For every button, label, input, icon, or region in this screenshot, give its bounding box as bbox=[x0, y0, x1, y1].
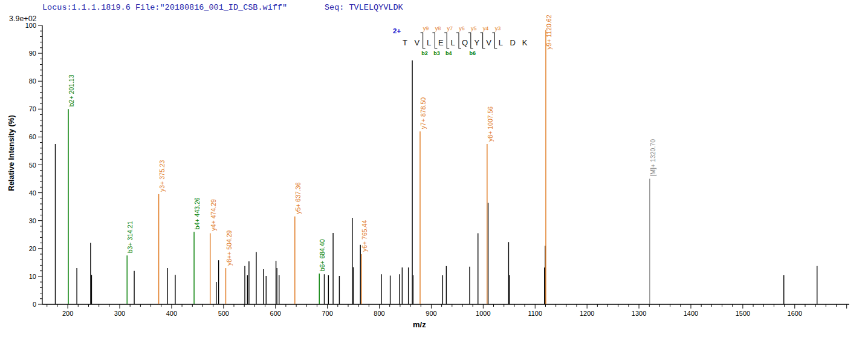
peak-label-y6+ 765.44: y6+ 765.44 bbox=[361, 220, 368, 252]
svg-text:40: 40 bbox=[29, 189, 36, 197]
peak-label-[M]+ 1320.70: [M]+ 1320.70 bbox=[649, 139, 656, 177]
y-axis-title: Relative Intensity (%) bbox=[7, 115, 16, 191]
residue-1: T bbox=[403, 38, 407, 47]
y-axis-ticks bbox=[38, 25, 42, 304]
y-axis-tick-labels: 0102030405060708090100 bbox=[25, 22, 36, 308]
svg-text:900: 900 bbox=[426, 310, 436, 317]
peak-labels: b2+ 201.13b3+ 314.21y3+ 375.23b4+ 443.26… bbox=[68, 15, 656, 271]
spectrum-plot: 0102030405060708090100200300400500600700… bbox=[0, 0, 868, 340]
svg-text:300: 300 bbox=[114, 310, 125, 317]
svg-text:30: 30 bbox=[29, 217, 36, 224]
residue-11: K bbox=[522, 38, 528, 47]
fragment-mark-y5 bbox=[468, 33, 473, 48]
svg-text:800: 800 bbox=[374, 310, 384, 317]
svg-text:100: 100 bbox=[25, 22, 36, 29]
svg-text:500: 500 bbox=[218, 310, 229, 317]
fragment-mark-y3 bbox=[492, 33, 497, 48]
spectrum-peaks bbox=[55, 30, 817, 304]
svg-text:60: 60 bbox=[29, 133, 36, 140]
svg-text:1400: 1400 bbox=[684, 310, 698, 317]
svg-text:70: 70 bbox=[29, 105, 36, 113]
b-ion-label-b3: b3 bbox=[433, 50, 440, 56]
residue-6: Q bbox=[462, 38, 468, 47]
svg-text:1200: 1200 bbox=[580, 310, 594, 317]
residue-7: Y bbox=[474, 38, 479, 47]
residue-8: V bbox=[486, 38, 491, 47]
peak-label-y3+ 375.23: y3+ 375.23 bbox=[158, 160, 166, 191]
fragment-mark-y9 bbox=[421, 33, 426, 48]
svg-text:400: 400 bbox=[166, 310, 177, 317]
fragment-mark-y4 bbox=[481, 33, 485, 48]
svg-text:1000: 1000 bbox=[476, 310, 490, 317]
b-ion-label-b6: b6 bbox=[470, 50, 476, 56]
svg-text:1500: 1500 bbox=[736, 310, 750, 317]
residue-10: D bbox=[510, 38, 516, 47]
x-axis-title: m/z bbox=[413, 320, 426, 329]
fragment-mark-y7 bbox=[444, 33, 449, 48]
peak-label-b4+ 443.26: b4+ 443.26 bbox=[193, 197, 201, 229]
peak-label-y9+ 1120.62: y9+ 1120.62 bbox=[545, 15, 552, 49]
svg-text:700: 700 bbox=[322, 310, 332, 317]
svg-text:80: 80 bbox=[29, 77, 36, 85]
peak-label-y7+ 878.50: y7+ 878.50 bbox=[419, 97, 427, 129]
peak-label-y8+ 1007.56: y8+ 1007.56 bbox=[487, 106, 494, 142]
residue-2: V bbox=[414, 38, 419, 47]
residue-9: L bbox=[499, 38, 503, 47]
b-ion-label-b4: b4 bbox=[445, 50, 452, 56]
precursor-charge-label: 2+ bbox=[393, 27, 401, 34]
peak-label-b2+ 201.13: b2+ 201.13 bbox=[68, 74, 75, 106]
fragment-mark-y8 bbox=[432, 33, 437, 48]
svg-text:50: 50 bbox=[29, 162, 36, 169]
svg-text:200: 200 bbox=[62, 310, 73, 317]
b-ion-label-b2: b2 bbox=[421, 50, 428, 56]
y-ion-label-y7: y7 bbox=[447, 25, 453, 31]
svg-text:20: 20 bbox=[29, 245, 36, 252]
svg-text:600: 600 bbox=[270, 310, 281, 317]
svg-text:1100: 1100 bbox=[528, 310, 542, 317]
svg-text:1600: 1600 bbox=[788, 310, 802, 317]
peak-label-b3+ 314.21: b3+ 314.21 bbox=[126, 221, 134, 253]
peak-label-y8++ 504.29: y8++ 504.29 bbox=[225, 230, 233, 266]
residue-5: L bbox=[451, 38, 455, 47]
y-ion-label-y5: y5 bbox=[471, 25, 477, 31]
svg-text:1300: 1300 bbox=[632, 310, 646, 317]
svg-text:90: 90 bbox=[29, 50, 36, 57]
fragment-mark-y6 bbox=[456, 33, 461, 48]
peak-label-b6+ 684.40: b6+ 684.40 bbox=[319, 239, 326, 271]
y-ion-label-y3: y3 bbox=[495, 25, 501, 31]
y-ion-label-y9: y9 bbox=[423, 25, 429, 31]
peptide-annotation: 2+TVLELQYVLDKy9b2y8b3y7b4y6y5b6y4y3 bbox=[393, 25, 528, 56]
peak-label-y5+ 637.36: y5+ 637.36 bbox=[294, 182, 302, 214]
svg-text:10: 10 bbox=[29, 273, 36, 280]
y-ion-label-y6: y6 bbox=[459, 25, 465, 31]
peak-label-y4+ 474.29: y4+ 474.29 bbox=[210, 199, 217, 230]
x-axis-tick-labels: 2003004005006007008009001000110012001300… bbox=[62, 310, 802, 317]
spectrum-window: Locus:1.1.1.1819.6 File:"20180816_001_ID… bbox=[0, 0, 868, 340]
y-ion-label-y4: y4 bbox=[483, 25, 489, 31]
residue-3: L bbox=[427, 38, 431, 47]
x-axis-ticks bbox=[47, 304, 847, 309]
y-ion-label-y8: y8 bbox=[435, 25, 441, 31]
residue-4: E bbox=[438, 38, 444, 47]
svg-text:0: 0 bbox=[33, 301, 36, 308]
